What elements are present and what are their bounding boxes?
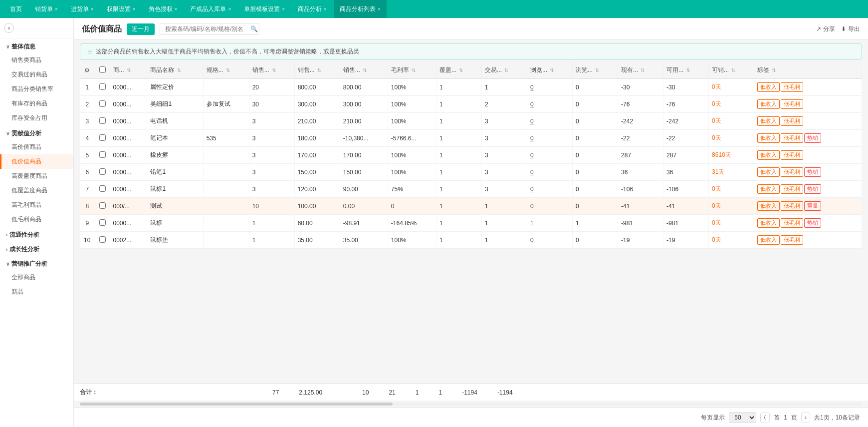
row-checkbox-cell[interactable] — [95, 79, 110, 96]
nav-role-auth[interactable]: 角色授权 × — [143, 0, 184, 18]
row-checkbox[interactable] — [99, 83, 106, 90]
col-settings[interactable]: ⚙ — [80, 62, 95, 79]
nav-template-settings[interactable]: 单据模板设置 × — [238, 0, 291, 18]
nav-product-analysis[interactable]: 商品分析 × — [292, 0, 333, 18]
row-checkbox-cell[interactable] — [95, 147, 110, 164]
view1[interactable]: 0 — [527, 232, 572, 249]
col-sale-qty[interactable]: 销售... ⇅ — [249, 62, 294, 79]
row-checkbox[interactable] — [99, 202, 106, 209]
view-link[interactable]: 0 — [530, 237, 534, 244]
sidebar-item-all-products[interactable]: 全部商品 — [0, 270, 73, 285]
close-icon[interactable]: × — [175, 6, 178, 12]
col-view1[interactable]: 浏览... ⇅ — [527, 62, 572, 79]
per-page-select[interactable]: 50 100 200 — [729, 412, 756, 423]
col-current[interactable]: 现有... ⇅ — [618, 62, 663, 79]
col-sale-price[interactable]: 销售... ⇅ — [294, 62, 340, 79]
row-checkbox[interactable] — [99, 117, 106, 124]
sidebar-item-low-coverage[interactable]: 低覆盖度商品 — [0, 183, 73, 198]
view-link[interactable]: 0 — [530, 203, 534, 210]
sidebar-item-new-products[interactable]: 新品 — [0, 285, 73, 299]
view-link[interactable]: 0 — [530, 186, 534, 193]
row-checkbox[interactable] — [99, 100, 106, 107]
view1[interactable]: 0 — [527, 96, 572, 113]
col-name[interactable]: 商品名称 ⇅ — [147, 62, 203, 79]
col-spec[interactable]: 规格... ⇅ — [203, 62, 249, 79]
horizontal-scrollbar[interactable] — [80, 403, 862, 406]
sidebar-group-growth[interactable]: › 成长性分析 — [0, 241, 73, 256]
row-checkbox-cell[interactable] — [95, 198, 110, 215]
search-input[interactable] — [160, 23, 259, 35]
close-icon[interactable]: × — [55, 6, 58, 12]
sidebar-item-high-value[interactable]: 高价值商品 — [0, 140, 73, 154]
nav-purchase-order[interactable]: 进货单 × — [65, 0, 100, 18]
share-button[interactable]: ↗ 分享 — [816, 25, 835, 33]
close-icon[interactable]: × — [282, 6, 285, 12]
row-checkbox[interactable] — [99, 168, 106, 175]
nav-home[interactable]: 首页 — [4, 0, 28, 18]
sidebar-group-contribution[interactable]: ∨ 贡献值分析 — [0, 125, 73, 140]
view-link[interactable]: 0 — [530, 84, 534, 91]
view1[interactable]: 0 — [527, 164, 572, 181]
row-checkbox[interactable] — [99, 134, 106, 141]
view-link[interactable]: 0 — [530, 169, 534, 176]
row-checkbox-cell[interactable] — [95, 232, 110, 249]
search-icon[interactable]: 🔍 — [250, 25, 258, 32]
view1[interactable]: 0 — [527, 79, 572, 96]
close-icon[interactable]: × — [378, 6, 381, 12]
export-button[interactable]: ⬇ 导出 — [841, 25, 860, 33]
sidebar-item-category-sales-rate[interactable]: 商品分类销售率 — [0, 82, 73, 96]
sidebar-item-low-profit[interactable]: 低毛利商品 — [0, 212, 73, 227]
sidebar-item-high-profit[interactable]: 高毛利商品 — [0, 198, 73, 212]
sidebar-item-stock-funds[interactable]: 库存资金占用 — [0, 111, 73, 125]
next-page-button[interactable]: › — [801, 413, 810, 423]
time-filter-button[interactable]: 近一月 — [127, 23, 155, 35]
row-checkbox-cell[interactable] — [95, 164, 110, 181]
view1[interactable]: 0 — [527, 113, 572, 130]
col-available[interactable]: 可用... ⇅ — [663, 62, 709, 79]
scrollbar-thumb[interactable] — [80, 403, 393, 406]
sidebar-item-sales-products[interactable]: 销售类商品 — [0, 53, 73, 67]
col-profit-rate[interactable]: 毛利率 ⇅ — [388, 62, 436, 79]
nav-permission-settings[interactable]: 权限设置 × — [101, 0, 142, 18]
row-checkbox[interactable] — [99, 219, 106, 226]
view-link[interactable]: 0 — [530, 101, 534, 108]
sidebar-group-circulation[interactable]: › 流通性分析 — [0, 227, 73, 241]
nav-sales-order[interactable]: 销货单 × — [29, 0, 64, 18]
first-page-button[interactable]: ⟨ — [760, 413, 770, 423]
col-trade[interactable]: 交易... ⇅ — [481, 62, 527, 79]
close-icon[interactable]: × — [133, 6, 136, 12]
row-checkbox-cell[interactable] — [95, 215, 110, 232]
sidebar-group-overall[interactable]: ∨ 整体信息 — [0, 38, 73, 53]
nav-product-inbound[interactable]: 产成品入库单 × — [184, 0, 237, 18]
col-code[interactable]: 商... ⇅ — [110, 62, 147, 79]
close-icon[interactable]: × — [228, 6, 231, 12]
row-checkbox-cell[interactable] — [95, 130, 110, 147]
view1[interactable]: 0 — [527, 147, 572, 164]
view1[interactable]: 0 — [527, 198, 572, 215]
view1[interactable]: 0 — [527, 181, 572, 198]
sidebar-item-traded-products[interactable]: 交易过的商品 — [0, 67, 73, 82]
close-icon[interactable]: × — [324, 6, 327, 12]
nav-product-analysis-list[interactable]: 商品分析列表 × — [334, 0, 387, 18]
sidebar-item-low-value[interactable]: 低价值商品 — [0, 154, 73, 169]
col-tags[interactable]: 标签 ⇅ — [754, 62, 862, 79]
sidebar-item-stock-products[interactable]: 有库存的商品 — [0, 96, 73, 111]
sidebar-item-high-coverage[interactable]: 高覆盖度商品 — [0, 169, 73, 183]
view-link[interactable]: 1 — [530, 220, 534, 227]
view1[interactable]: 0 — [527, 130, 572, 147]
view1[interactable]: 1 — [527, 215, 572, 232]
row-checkbox[interactable] — [99, 185, 106, 192]
sidebar-collapse-button[interactable]: « — [4, 23, 14, 33]
view-link[interactable]: 0 — [530, 135, 534, 142]
col-coverage[interactable]: 覆盖... ⇅ — [436, 62, 481, 79]
view-link[interactable]: 0 — [530, 152, 534, 159]
col-view2[interactable]: 浏览... ⇅ — [573, 62, 618, 79]
col-sale-amount[interactable]: 销售... ⇅ — [340, 62, 388, 79]
row-checkbox[interactable] — [99, 151, 106, 158]
select-all-checkbox[interactable] — [99, 66, 106, 73]
view-link[interactable]: 0 — [530, 118, 534, 125]
close-icon[interactable]: × — [91, 6, 94, 12]
row-checkbox-cell[interactable] — [95, 113, 110, 130]
row-checkbox-cell[interactable] — [95, 181, 110, 198]
sidebar-group-marketing[interactable]: ∨ 营销推广分析 — [0, 256, 73, 270]
